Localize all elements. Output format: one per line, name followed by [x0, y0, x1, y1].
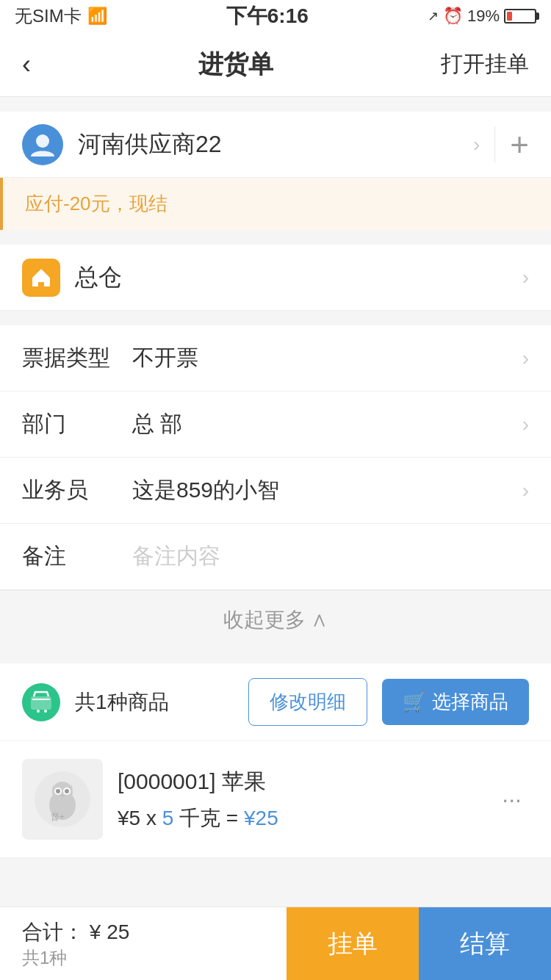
wifi-icon: 📶 [87, 7, 107, 26]
warehouse-icon [22, 259, 60, 297]
dept-value: 总 部 [125, 409, 515, 439]
product-item: 督+ [0000001] 苹果 ¥5 x 5 千克 = ¥25 ··· [0, 741, 551, 858]
content-area: 河南供应商22 › + 应付-20元，现结 总仓 › 票据类型 不 [0, 97, 551, 946]
warehouse-row[interactable]: 总仓 › [0, 245, 551, 311]
dept-chevron-icon: › [522, 413, 529, 436]
total-section: 合计： ¥ 25 共1种 [0, 918, 287, 970]
status-right: ↗ ⏰ 19% [428, 7, 536, 26]
supplier-avatar [22, 124, 63, 165]
invoice-value: 不开票 [125, 343, 515, 373]
supplier-chevron-icon: › [473, 133, 480, 156]
settle-label: 结算 [460, 927, 510, 961]
total-sub: 共1种 [22, 946, 264, 970]
invoice-label: 票据类型 [22, 343, 125, 373]
notice-bar: 应付-20元，现结 [0, 178, 551, 230]
unit-price: ¥5 [118, 807, 140, 829]
select-product-icon: 🛒 [403, 691, 426, 713]
product-price: ¥5 x 5 千克 = ¥25 [118, 804, 480, 832]
supplier-name: 河南供应商22 [78, 129, 466, 161]
product-count: 共1种商品 [75, 688, 234, 716]
svg-point-9 [56, 789, 60, 793]
vertical-divider [494, 126, 495, 163]
cart-icon [29, 691, 53, 714]
warehouse-chevron-icon: › [522, 266, 529, 289]
add-supplier-button[interactable]: + [510, 126, 529, 163]
collapse-bar[interactable]: 收起更多 ∧ [0, 590, 551, 649]
carrier-text: 无SIM卡 [15, 4, 82, 28]
product-unit: 千克 [179, 807, 220, 829]
status-time: 下午6:16 [226, 2, 309, 30]
svg-point-0 [36, 134, 49, 148]
section-divider-2 [0, 230, 551, 245]
person-icon [28, 130, 57, 159]
remark-row[interactable]: 备注 备注内容 [0, 524, 551, 590]
battery-fill [507, 12, 512, 21]
edit-detail-button[interactable]: 修改明细 [248, 678, 367, 726]
invoice-row[interactable]: 票据类型 不开票 › [0, 325, 551, 392]
dept-row[interactable]: 部门 总 部 › [0, 392, 551, 458]
total-label: 合计： [22, 920, 84, 943]
product-thumbnail: 督+ [22, 759, 103, 840]
page-title: 进货单 [198, 48, 273, 82]
hang-order-button[interactable]: 挂单 [287, 907, 419, 981]
sales-row[interactable]: 业务员 这是859的小智 › [0, 458, 551, 524]
form-card: 票据类型 不开票 › 部门 总 部 › 业务员 这是859的小智 › 备注 备注… [0, 325, 551, 590]
product-toolbar: 共1种商品 修改明细 🛒 选择商品 [0, 663, 551, 741]
sales-chevron-icon: › [522, 479, 529, 502]
back-button[interactable]: ‹ [22, 49, 31, 80]
status-left: 无SIM卡 📶 [15, 4, 107, 28]
product-icon [22, 683, 60, 721]
product-qty: 5 [162, 807, 174, 829]
svg-text:督+: 督+ [51, 812, 65, 822]
battery-icon [504, 9, 536, 24]
product-thumb-icon: 督+ [33, 770, 92, 829]
select-product-button[interactable]: 🛒 选择商品 [382, 679, 529, 725]
settle-button[interactable]: 结算 [419, 907, 551, 981]
remark-label: 备注 [22, 541, 125, 572]
svg-point-10 [65, 789, 69, 793]
svg-point-2 [37, 710, 40, 713]
status-bar: 无SIM卡 📶 下午6:16 ↗ ⏰ 19% [0, 0, 551, 32]
notice-text: 应付-20元，现结 [25, 192, 168, 215]
section-divider-5 [0, 858, 551, 873]
product-info: [0000001] 苹果 ¥5 x 5 千克 = ¥25 [118, 767, 480, 832]
location-icon: ↗ [428, 8, 439, 24]
sales-value: 这是859的小智 [125, 475, 515, 505]
alarm-icon: ⏰ [443, 7, 463, 26]
section-divider-4 [0, 649, 551, 663]
product-more-button[interactable]: ··· [494, 779, 529, 821]
warehouse-card: 总仓 › [0, 245, 551, 311]
svg-point-3 [44, 710, 47, 713]
svg-rect-1 [31, 696, 51, 710]
open-pending-button[interactable]: 打开挂单 [441, 49, 529, 79]
select-product-label: 选择商品 [432, 689, 508, 715]
product-total: ¥25 [244, 807, 278, 829]
multiply-sign: x [146, 807, 162, 829]
total-row: 合计： ¥ 25 [22, 918, 264, 946]
supplier-card: 河南供应商22 › + 应付-20元，现结 [0, 112, 551, 230]
sales-label: 业务员 [22, 475, 125, 505]
section-divider-3 [0, 311, 551, 325]
collapse-label: 收起更多 ∧ [223, 606, 328, 634]
total-amount: ¥ 25 [90, 920, 130, 943]
battery-pct: 19% [467, 7, 500, 26]
equals-sign: = [226, 807, 244, 829]
product-name-text: 苹果 [222, 769, 266, 793]
nav-bar: ‹ 进货单 打开挂单 [0, 32, 551, 97]
warehouse-name: 总仓 [75, 262, 515, 294]
home-icon [29, 266, 53, 289]
invoice-chevron-icon: › [522, 347, 529, 370]
supplier-row[interactable]: 河南供应商22 › + [0, 112, 551, 178]
product-code: [0000001] [118, 769, 215, 793]
bottom-bar: 合计： ¥ 25 共1种 挂单 结算 [0, 907, 551, 980]
hang-order-label: 挂单 [328, 927, 378, 961]
product-card: 共1种商品 修改明细 🛒 选择商品 [0, 663, 551, 858]
product-name: [0000001] 苹果 [118, 767, 480, 797]
dept-label: 部门 [22, 409, 125, 439]
remark-input[interactable]: 备注内容 [125, 541, 529, 572]
section-divider-1 [0, 97, 551, 112]
